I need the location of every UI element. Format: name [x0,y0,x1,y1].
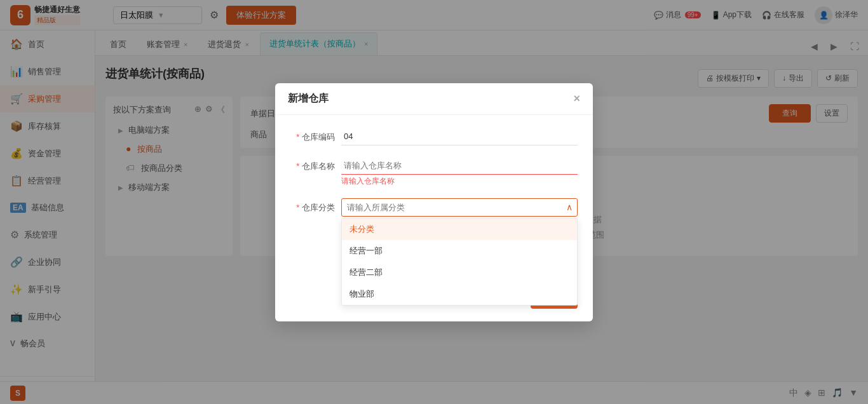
warehouse-code-control [341,128,578,145]
warehouse-category-row: 仓库分类 ∧ 未分类 经营一部 经营二部 物业部 [290,198,578,217]
warehouse-name-control: 请输入仓库名称 [341,157,578,187]
modal-overlay: 新增仓库 × 仓库编码 仓库名称 请输入仓库名称 仓库分类 [0,0,868,404]
modal-header: 新增仓库 × [275,83,593,115]
new-warehouse-modal: 新增仓库 × 仓库编码 仓库名称 请输入仓库名称 仓库分类 [275,83,593,321]
dropdown-item-uncategorized[interactable]: 未分类 [342,219,577,240]
warehouse-code-label: 仓库编码 [290,128,341,143]
warehouse-code-input[interactable] [341,128,578,145]
dropdown-item-dept2[interactable]: 经营二部 [342,262,577,283]
warehouse-name-row: 仓库名称 请输入仓库名称 [290,157,578,187]
warehouse-category-label: 仓库分类 [290,198,341,213]
modal-body: 仓库编码 仓库名称 请输入仓库名称 仓库分类 ∧ [275,115,593,279]
modal-title: 新增仓库 [288,92,329,105]
dropdown-item-dept1[interactable]: 经营一部 [342,240,577,262]
warehouse-category-control: ∧ 未分类 经营一部 经营二部 物业部 [341,198,578,217]
dropdown-item-dept3[interactable]: 物业部 [342,283,577,305]
warehouse-name-input[interactable] [341,157,578,175]
warehouse-code-row: 仓库编码 [290,128,578,145]
category-dropdown-list: 未分类 经营一部 经营二部 物业部 [341,218,578,306]
warehouse-name-error: 请输入仓库名称 [341,176,578,187]
warehouse-name-label: 仓库名称 [290,157,341,172]
chevron-up-icon[interactable]: ∧ [566,202,573,212]
modal-close-icon[interactable]: × [573,92,580,105]
warehouse-category-input[interactable] [341,198,578,217]
